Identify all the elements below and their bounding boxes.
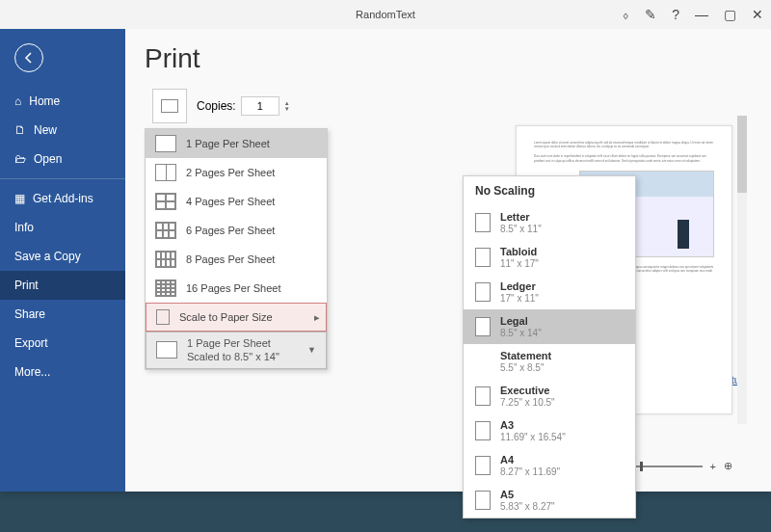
pages-option-6[interactable]: 6 Pages Per Sheet	[146, 216, 327, 245]
close-button[interactable]: ✕	[752, 7, 763, 22]
titlebar: RandomText ⬨ ✎ ? — ▢ ✕	[0, 0, 771, 29]
paper-option-ledger[interactable]: Ledger17" x 11"	[464, 275, 635, 309]
sidebar-item-label: Open	[34, 152, 62, 166]
sidebar-item-more[interactable]: More...	[0, 358, 125, 386]
menu-item-label: Scale to Paper Size	[179, 311, 273, 323]
summary-line: Scaled to 8.5" x 14"	[187, 351, 279, 362]
help-icon[interactable]: ?	[672, 7, 679, 22]
paper-option-a4[interactable]: A48.27" x 11.69"	[464, 448, 635, 483]
paper-dims: 5.5" x 8.5"	[500, 362, 544, 373]
paper-name: Statement	[500, 350, 551, 361]
paper-option-legal[interactable]: Legal8.5" x 14"	[464, 309, 635, 344]
sidebar-item-share[interactable]: Share	[0, 300, 125, 329]
pages-option-2[interactable]: 2 Pages Per Sheet	[146, 158, 327, 187]
scale-icon	[156, 309, 170, 325]
app-window: RandomText ⬨ ✎ ? — ▢ ✕ ⌂Home 🗋New 🗁Open …	[0, 0, 771, 492]
sidebar-item-new[interactable]: 🗋New	[0, 116, 125, 145]
paper-option-a3[interactable]: A311.69" x 16.54"	[464, 413, 635, 448]
back-button[interactable]	[14, 43, 43, 72]
pages-option-4[interactable]: 4 Pages Per Sheet	[146, 187, 327, 216]
paper-dims: 7.25" x 10.5"	[500, 397, 555, 408]
sidebar-item-addins[interactable]: ▦Get Add-ins	[0, 184, 125, 213]
menu-item-label: 16 Pages Per Sheet	[186, 282, 280, 294]
addins-icon: ▦	[14, 192, 25, 205]
page-icon	[475, 386, 491, 406]
page-icon	[475, 282, 491, 302]
paper-option-statement[interactable]: Statement5.5" x 8.5"	[464, 344, 635, 379]
current-selection-summary[interactable]: 1 Page Per SheetScaled to 8.5" x 14" ▼	[146, 332, 327, 369]
zoom-slider[interactable]	[625, 466, 703, 467]
sidebar-item-label: New	[34, 123, 57, 137]
preview-text: Duis aute irure dolor in reprehenderit i…	[534, 154, 714, 162]
scrollbar-thumb[interactable]	[737, 116, 747, 193]
minimize-button[interactable]: —	[695, 7, 708, 22]
sidebar-item-label: Info	[14, 221, 34, 234]
paper-dims: 17" x 11"	[500, 293, 539, 304]
sidebar-item-save[interactable]: Save a Copy	[0, 242, 125, 271]
premium-icon[interactable]: ⬨	[622, 7, 629, 22]
preview-scrollbar[interactable]	[737, 116, 747, 424]
paper-name: A3	[500, 419, 566, 431]
sidebar-item-export[interactable]: Export	[0, 329, 125, 358]
page-8-icon	[155, 251, 176, 268]
paper-name: A5	[500, 489, 555, 500]
sidebar-item-label: Home	[29, 94, 60, 108]
pages-option-1[interactable]: 1 Page Per Sheet	[146, 129, 327, 158]
paper-option-tabloid[interactable]: Tabloid11" x 17"	[464, 240, 635, 275]
page-16-icon	[155, 279, 176, 297]
paper-name: Executive	[500, 385, 555, 396]
sidebar-item-info[interactable]: Info	[0, 213, 125, 242]
zoom-in-button[interactable]: +	[710, 461, 716, 472]
zoom-handle[interactable]	[640, 462, 643, 471]
sidebar-separator	[0, 178, 125, 179]
maximize-button[interactable]: ▢	[724, 7, 736, 22]
paper-option-letter[interactable]: Letter8.5" x 11"	[464, 205, 635, 240]
page-icon	[475, 317, 491, 336]
paper-dims: 8.5" x 11"	[500, 224, 542, 234]
paper-option-a5[interactable]: A55.83" x 8.27"	[464, 483, 635, 518]
page-icon	[475, 421, 491, 440]
pages-option-16[interactable]: 16 Pages Per Sheet	[146, 274, 327, 303]
page-1-icon	[155, 135, 176, 152]
sidebar-item-open[interactable]: 🗁Open	[0, 145, 125, 173]
fit-to-window-button[interactable]: ⊕	[724, 460, 732, 472]
chevron-down-icon: ▼	[307, 345, 316, 355]
paper-menu-header[interactable]: No Scaling	[464, 176, 635, 205]
page-2-icon	[155, 164, 176, 181]
page-icon	[475, 248, 491, 267]
page-icon	[475, 456, 491, 475]
sidebar-item-label: Share	[14, 307, 45, 321]
menu-item-label: 8 Pages Per Sheet	[186, 253, 275, 265]
arrow-left-icon	[22, 51, 36, 65]
page-icon	[475, 491, 491, 510]
paper-option-executive[interactable]: Executive7.25" x 10.5"	[464, 379, 635, 413]
copies-spinner[interactable]: ▲▼	[284, 100, 290, 112]
copies-label: Copies:	[197, 99, 236, 113]
menu-item-label: 1 Page Per Sheet	[186, 138, 270, 149]
open-icon: 🗁	[14, 152, 26, 166]
page-1-icon	[156, 341, 177, 359]
page-icon	[475, 213, 491, 232]
feedback-icon[interactable]: ✎	[645, 7, 656, 22]
sidebar-item-label: Export	[14, 336, 48, 350]
document-title: RandomText	[356, 9, 415, 20]
paper-name: Ledger	[500, 280, 539, 292]
paper-dims: 8.27" x 11.69"	[500, 466, 560, 477]
paper-dims: 8.5" x 14"	[500, 328, 542, 338]
print-button[interactable]	[152, 89, 187, 123]
sidebar-item-label: Get Add-ins	[33, 192, 93, 205]
copies-input[interactable]	[241, 96, 279, 116]
paper-name: Letter	[500, 211, 542, 223]
pages-option-8[interactable]: 8 Pages Per Sheet	[146, 245, 327, 274]
scale-to-paper-size[interactable]: Scale to Paper Size ▸	[146, 303, 327, 332]
paper-dims: 11.69" x 16.54"	[500, 432, 566, 442]
page-6-icon	[155, 222, 176, 239]
sidebar-item-label: Print	[14, 279, 39, 292]
sidebar-item-home[interactable]: ⌂Home	[0, 87, 125, 116]
page-title: Print	[145, 43, 752, 74]
paper-size-submenu: No Scaling Letter8.5" x 11" Tabloid11" x…	[463, 175, 636, 519]
paper-name: Legal	[500, 315, 542, 327]
printer-icon	[161, 99, 178, 113]
chevron-down-icon[interactable]: ▼	[284, 106, 290, 112]
sidebar-item-print[interactable]: Print	[0, 271, 125, 300]
